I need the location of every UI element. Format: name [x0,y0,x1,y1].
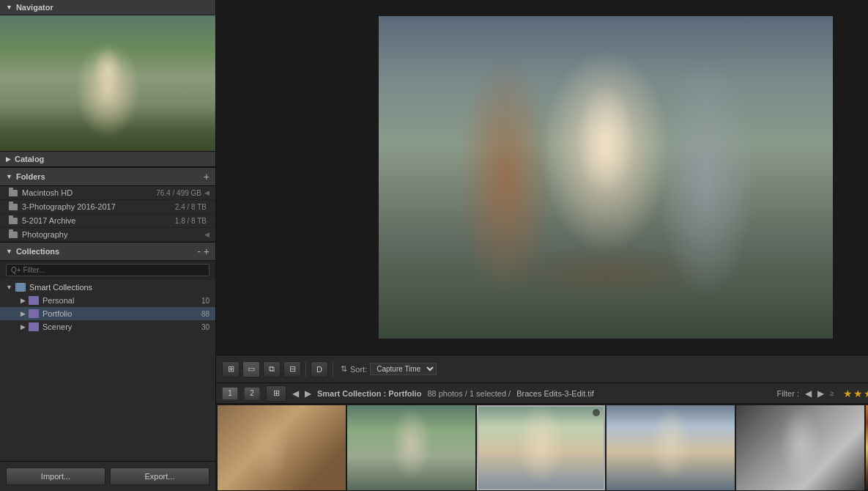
toolbar-sep2 [333,362,333,377]
survey-view-button[interactable]: ⊟ [283,361,301,377]
folder-macintosh-arrow: ◀ [204,189,209,196]
smart-collections-header[interactable]: ▼ Smart Collections [0,281,215,294]
folder-photography-arrow: ◀ [204,231,209,238]
panel-buttons: Import... Export... [0,461,215,491]
sort-icon: ⇅ [341,364,347,374]
filmstrip-thumb-2[interactable] [347,405,475,490]
folder-photography2016[interactable]: 3-Photography 2016-2017 2.4 / 8 TB [0,200,215,214]
loupe-view-button[interactable]: ▭ [242,361,260,377]
nav-next-arrow[interactable]: ▶ [305,388,311,399]
fstar1[interactable]: ★ [843,388,853,399]
navigator-photo [0,15,215,151]
photo-viewer[interactable] [216,0,868,355]
collections-title: Collections [16,247,107,256]
filmstrip-thumb-3[interactable] [477,405,605,490]
smart-collections-icon [15,283,26,292]
status-bar: 1 2 ⊞ ◀ ▶ Smart Collection : Portfolio 8… [216,383,868,403]
filter-label: Filter : [776,389,799,398]
collection-scenery-triangle: ▶ [21,323,26,331]
center-area: ⊞ ▭ ⧉ ⊟ D ⇅ Sort: Capture Time ★ ★ ★ ★ ★ [216,0,868,491]
filmstrip [216,403,868,491]
collections-section: ▼ Collections - + ▼ Smart Collections ▶ … [0,242,215,352]
collection-portfolio-name: Portfolio [42,309,201,318]
collections-search-bar [0,261,215,279]
collection-personal-triangle: ▶ [21,297,26,304]
folders-header[interactable]: ▼ Folders + [0,168,215,186]
collections-search-input[interactable] [6,264,209,276]
collection-portfolio-count: 88 [201,310,209,318]
smart-collections-triangle: ▼ [6,284,12,291]
sort-select[interactable]: Capture Time [370,363,437,375]
folder-macintosh-size: 76.4 / 499 GB [156,189,201,197]
folders-add-button[interactable]: + [204,171,209,182]
collections-minus-button[interactable]: - [197,246,201,257]
collections-add-button[interactable]: + [204,246,209,257]
filter-prev[interactable]: ◀ [805,388,812,399]
folder-icon [9,190,18,196]
page-1-button[interactable]: 1 [222,387,238,400]
sort-label: Sort: [350,365,367,374]
navigator-triangle: ▼ [6,4,12,11]
folder-photography-name: Photography [22,230,204,239]
collection-portfolio[interactable]: ▶ Portfolio 88 [0,307,215,320]
filter-next[interactable]: ▶ [817,388,824,399]
filter-stars: ★ ★ ★ ★ ★ [843,388,868,399]
folder-archive2017-size: 1.8 / 8 TB [175,217,207,225]
folder-icon4 [9,232,18,238]
nav-prev-arrow[interactable]: ◀ [292,388,299,399]
fstar3[interactable]: ★ [864,388,868,399]
navigator-header[interactable]: ▼ Navigator [0,0,215,15]
catalog-header[interactable]: ▶ Catalog [0,152,215,167]
collection-personal-count: 10 [201,297,209,305]
collection-scenery-icon [29,322,39,331]
folder-icon2 [9,204,18,210]
collection-name-label: Smart Collection : Portfolio [317,389,421,398]
filmstrip-thumb-5[interactable] [736,405,864,490]
folder-macintosh-name: Macintosh HD [22,188,156,197]
toolbar-sep1 [305,362,306,377]
collection-portfolio-icon [29,309,39,318]
page-2-button[interactable]: 2 [244,387,260,400]
photo-count-label: 88 photos / 1 selected / [427,389,511,398]
main-photo [379,16,833,339]
smart-collections-label: Smart Collections [29,283,92,292]
filmstrip-thumb-4[interactable] [607,405,735,490]
collections-triangle: ▼ [6,248,12,255]
folders-section: ▼ Folders + Macintosh HD 76.4 / 499 GB ◀… [0,167,215,242]
collection-scenery-name: Scenery [42,322,201,331]
navigator-thumb[interactable] [0,15,215,151]
toolbar-bottom: ⊞ ▭ ⧉ ⊟ D ⇅ Sort: Capture Time ★ ★ ★ ★ ★ [216,355,868,383]
import-button[interactable]: Import... [6,468,105,485]
collection-portfolio-triangle: ▶ [21,310,26,317]
catalog-triangle: ▶ [6,155,11,163]
folder-archive2017-name: 5-2017 Archive [22,216,175,225]
smart-collections-group: ▼ Smart Collections ▶ Personal 10 ▶ Port… [0,279,215,335]
collection-personal-name: Personal [42,296,201,305]
export-button[interactable]: Export... [110,468,209,485]
grid-view-button[interactable]: ⊞ [222,361,240,377]
fstar2[interactable]: ★ [853,388,863,399]
view-modes-button[interactable]: ⊞ [266,385,286,402]
folder-photography2016-size: 2.4 / 8 TB [175,203,207,211]
folder-archive2017[interactable]: 5-2017 Archive 1.8 / 8 TB [0,214,215,228]
folders-title: Folders [16,172,204,181]
collections-header[interactable]: ▼ Collections - + [0,243,215,261]
sort-control: ⇅ Sort: Capture Time [341,363,437,375]
left-panel: ▼ Navigator ▶ Catalog ▼ Folders + [0,0,216,491]
develop-button[interactable]: D [311,361,328,377]
folders-triangle: ▼ [6,173,12,180]
filename-label: Braces Edits-3-Edit.tif [516,389,594,398]
collection-scenery[interactable]: ▶ Scenery 30 [0,320,215,333]
navigator-section: ▼ Navigator [0,0,215,151]
filmstrip-thumb-1[interactable] [218,405,346,490]
collection-scenery-count: 30 [201,323,209,331]
folder-macintosh[interactable]: Macintosh HD 76.4 / 499 GB ◀ [0,186,215,200]
folder-photography2016-name: 3-Photography 2016-2017 [22,202,175,211]
filter-range-label: ≥ [830,389,834,397]
collection-personal[interactable]: ▶ Personal 10 [0,294,215,307]
folder-icon3 [9,218,18,224]
collection-personal-icon [29,296,39,305]
compare-view-button[interactable]: ⧉ [263,361,281,377]
folder-photography[interactable]: Photography ◀ [0,228,215,242]
catalog-section: ▶ Catalog [0,151,215,167]
